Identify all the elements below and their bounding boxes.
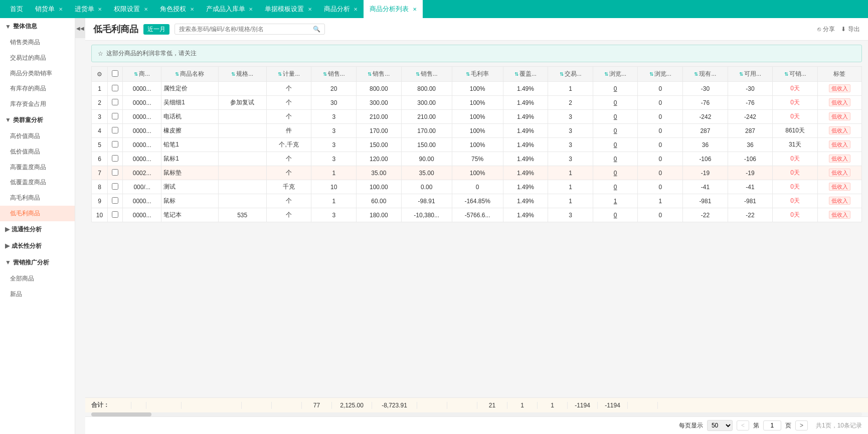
col-gross-rate[interactable]: ⇅毛利率 [452, 67, 503, 82]
sidebar-item-all-goods[interactable]: 全部商品 [0, 271, 75, 286]
row-checkbox[interactable] [112, 141, 118, 148]
row-checkbox[interactable] [112, 113, 118, 119]
row-name[interactable]: 橡皮擦 [161, 124, 218, 138]
row-check[interactable] [108, 138, 123, 152]
share-button[interactable]: ⎋ 分享 [817, 25, 835, 34]
nav-close-finished-goods[interactable]: ✕ [249, 7, 253, 12]
col-coverage[interactable]: ⇅覆盖... [503, 67, 548, 82]
row-name[interactable]: 铅笔1 [161, 138, 218, 152]
nav-finished-goods[interactable]: 产成品入库单 ✕ [200, 0, 259, 18]
sidebar-item-inventory-capital[interactable]: 库存资金占用 [0, 96, 75, 112]
row-views1[interactable]: 0 [593, 110, 638, 124]
views1-cell-link[interactable]: 0 [614, 113, 617, 120]
nav-purchase[interactable]: 进货单 ✕ [69, 0, 108, 18]
row-check[interactable] [108, 194, 123, 208]
page-size-select[interactable]: 50 100 200 [707, 420, 733, 431]
views1-cell-link[interactable]: 1 [614, 198, 617, 205]
col-available-stock[interactable]: ⇅可用... [728, 67, 773, 82]
nav-product-analysis[interactable]: 商品分析 ✕ [318, 0, 364, 18]
row-name[interactable]: 属性定价 [161, 82, 218, 96]
views1-cell-link[interactable]: 0 [614, 85, 617, 92]
row-check[interactable] [108, 166, 123, 180]
nav-close-product-analysis[interactable]: ✕ [354, 7, 358, 12]
row-views1[interactable]: 0 [593, 180, 638, 194]
row-check[interactable] [108, 96, 123, 110]
sidebar-item-high-margin[interactable]: 高毛利商品 [0, 190, 75, 206]
nav-product-analysis-list[interactable]: 商品分析列表 ✕ [364, 0, 423, 18]
row-checkbox[interactable] [112, 155, 118, 162]
row-check[interactable] [108, 124, 123, 138]
row-checkbox[interactable] [112, 85, 118, 91]
col-unit[interactable]: ⇅计量... [266, 67, 311, 82]
prev-page-button[interactable]: < [737, 420, 749, 430]
col-views1[interactable]: ⇅浏览... [593, 67, 638, 82]
nav-close-sales[interactable]: ✕ [59, 7, 63, 12]
row-check[interactable] [108, 180, 123, 194]
sidebar-group-cluster[interactable]: ▼ 类群童分析 [0, 112, 75, 128]
sidebar-item-high-value[interactable]: 高价值商品 [0, 128, 75, 144]
views1-cell-link[interactable]: 0 [614, 170, 617, 177]
row-views1[interactable]: 0 [593, 152, 638, 166]
row-name[interactable]: 电话机 [161, 110, 218, 124]
nav-roles[interactable]: 角色授权 ✕ [154, 0, 200, 18]
nav-close-product-analysis-list[interactable]: ✕ [413, 7, 417, 12]
row-checkbox[interactable] [112, 127, 118, 133]
row-name[interactable]: 鼠标垫 [161, 166, 218, 180]
col-transactions[interactable]: ⇅交易... [548, 67, 593, 82]
col-check-all[interactable] [108, 67, 123, 82]
row-name[interactable]: 测试 [161, 180, 218, 194]
row-checkbox[interactable] [112, 99, 118, 105]
nav-close-roles[interactable]: ✕ [190, 7, 194, 12]
views1-cell-link[interactable]: 0 [614, 127, 617, 134]
sidebar-item-high-coverage[interactable]: 高覆盖度商品 [0, 160, 75, 175]
nav-close-template-settings[interactable]: ✕ [308, 7, 312, 12]
row-name[interactable]: 鼠标1 [161, 152, 218, 166]
row-checkbox[interactable] [112, 211, 118, 218]
views1-cell-link[interactable]: 0 [614, 99, 617, 106]
sidebar-group-marketing[interactable]: ▼ 营销推广分析 [0, 254, 75, 271]
sidebar-group-circulation[interactable]: ▶ 流通性分析 [0, 221, 75, 238]
col-current-stock[interactable]: ⇅现有... [683, 67, 728, 82]
sidebar-item-low-coverage[interactable]: 低覆盖度商品 [0, 175, 75, 190]
row-views1[interactable]: 0 [593, 124, 638, 138]
row-views1[interactable]: 0 [593, 138, 638, 152]
sidebar-collapse-button[interactable]: ◀◀ [75, 18, 85, 38]
col-sales-qty[interactable]: ⇅销售... [311, 67, 357, 82]
check-all-checkbox[interactable] [112, 70, 118, 77]
views1-cell-link[interactable]: 0 [614, 212, 617, 219]
horizontal-scrollbar[interactable] [91, 412, 862, 416]
col-name[interactable]: ⇅商品名称 [161, 67, 218, 82]
row-name[interactable]: 笔记本 [161, 208, 218, 222]
scrollbar-thumb[interactable] [91, 412, 151, 416]
sidebar-group-overview[interactable]: ▼ 整体信息 [0, 18, 75, 35]
nav-sales[interactable]: 销货单 ✕ [29, 0, 69, 18]
nav-home[interactable]: 首页 [4, 0, 29, 18]
sidebar-group-growth[interactable]: ▶ 成长性分析 [0, 238, 75, 254]
col-code[interactable]: ⇅商... [123, 67, 161, 82]
page-number-input[interactable] [763, 420, 781, 430]
row-checkbox[interactable] [112, 183, 118, 190]
row-checkbox[interactable] [112, 169, 118, 176]
nav-close-permissions[interactable]: ✕ [144, 7, 148, 12]
sidebar-item-new-goods[interactable]: 新品 [0, 286, 75, 302]
sidebar-item-category-rate[interactable]: 商品分类助销率 [0, 66, 75, 81]
sidebar-item-sales-goods[interactable]: 销售类商品 [0, 35, 75, 50]
sidebar-item-low-margin[interactable]: 低毛利商品 [0, 206, 75, 221]
col-views2[interactable]: ⇅浏览... [638, 67, 683, 82]
sidebar-item-inventory-goods[interactable]: 有库存的商品 [0, 81, 75, 96]
row-check[interactable] [108, 110, 123, 124]
col-sellable-stock[interactable]: ⇅可销... [773, 67, 818, 82]
row-check[interactable] [108, 152, 123, 166]
sidebar-item-traded-goods[interactable]: 交易过的商品 [0, 50, 75, 66]
row-views1[interactable]: 0 [593, 82, 638, 96]
col-sales-amount[interactable]: ⇅销售... [357, 67, 402, 82]
row-views1[interactable]: 0 [593, 166, 638, 180]
nav-permissions[interactable]: 权限设置 ✕ [108, 0, 154, 18]
export-button[interactable]: ⬇ 导出 [841, 25, 860, 34]
row-views1[interactable]: 0 [593, 96, 638, 110]
col-spec[interactable]: ⇅规格... [218, 67, 266, 82]
nav-close-purchase[interactable]: ✕ [98, 7, 102, 12]
row-views1[interactable]: 0 [593, 208, 638, 222]
time-range-button[interactable]: 近一月 [143, 24, 169, 35]
views1-cell-link[interactable]: 0 [614, 156, 617, 163]
